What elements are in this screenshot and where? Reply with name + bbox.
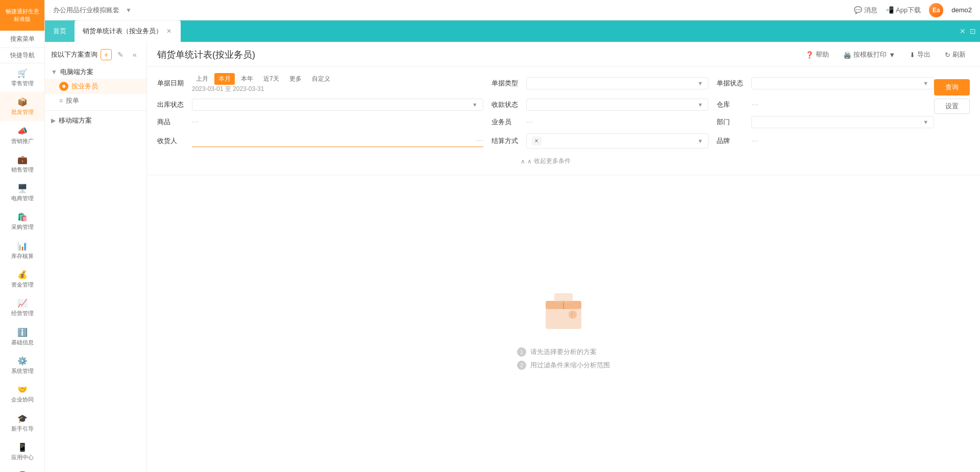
sidebar-search-btn[interactable]: 搜索菜单 — [0, 31, 44, 48]
sidebar-item-retail[interactable]: 🛒 零售管理 — [0, 63, 44, 92]
sidebar-item-appstore[interactable]: 📱 应用中心 — [0, 437, 44, 466]
hint-2-num: 2 — [517, 361, 526, 370]
salesman-dots[interactable]: ··· — [526, 117, 533, 126]
purchase-icon: 🛍️ — [17, 212, 28, 222]
print-icon: 🖨️ — [843, 51, 851, 59]
date-label: 单据日期 — [157, 79, 188, 88]
scheme-by-order[interactable]: ≡ 按单 — [45, 94, 146, 107]
avatar[interactable]: Ea — [929, 3, 943, 17]
date-btn-this-year[interactable]: 本年 — [237, 73, 257, 85]
receipt-status-select[interactable]: ▼ — [526, 99, 709, 111]
filter-area: 单据日期 上月 本月 本年 近7天 更多 自定义 — [147, 67, 980, 175]
consignee-input[interactable] — [192, 135, 483, 147]
consignee-control: ··· — [192, 135, 483, 147]
sidebar-item-purchase[interactable]: 🛍️ 采购管理 — [0, 207, 44, 235]
window-maximize-icon[interactable]: ⊡ — [970, 27, 976, 35]
filter-row-4: 收货人 ··· 结算方式 — [157, 133, 934, 149]
payment-arrow: ▼ — [697, 138, 703, 144]
help-btn[interactable]: ❓ 帮助 — [801, 48, 833, 61]
doc-type-select[interactable]: ▼ — [526, 77, 709, 89]
sidebar-item-newbie[interactable]: 🎓 新手引导 — [0, 409, 44, 437]
sidebar-item-finance[interactable]: 💰 资金管理 — [0, 265, 44, 293]
sidebar-item-wechat[interactable]: 💬 企业微信 — [0, 466, 44, 472]
out-status-select[interactable]: ▼ — [192, 99, 483, 111]
hint-1-num: 1 — [517, 347, 526, 357]
doc-status-select[interactable]: ▼ — [751, 77, 934, 89]
edit-scheme-btn[interactable]: ✎ — [115, 49, 126, 60]
active-dot-inner — [62, 85, 65, 88]
sidebar-item-inventory[interactable]: 📊 库存核算 — [0, 236, 44, 265]
filter-salesman: 业务员 ··· — [492, 117, 709, 127]
date-btn-last-month[interactable]: 上月 — [192, 73, 212, 85]
active-dot — [59, 82, 68, 91]
query-btn[interactable]: 查询 — [934, 79, 970, 96]
doc-type-label: 单据类型 — [492, 79, 522, 88]
export-label: 导出 — [917, 50, 930, 59]
ecommerce-icon: 🖥️ — [17, 183, 28, 193]
messages-btn[interactable]: 💬 消息 — [854, 6, 877, 15]
left-panel-icon-group: + ✎ « — [101, 49, 140, 60]
download-icon: 📲 — [886, 6, 894, 14]
date-btn-custom[interactable]: 自定义 — [308, 73, 334, 85]
sidebar-item-sales[interactable]: 💼 销售管理 — [0, 150, 44, 178]
app-download-btn[interactable]: 📲 App下载 — [886, 6, 921, 15]
payment-select[interactable]: × ▼ — [526, 133, 709, 149]
dept-arrow: ▼ — [923, 119, 928, 125]
filter-section: 单据日期 上月 本月 本年 近7天 更多 自定义 — [157, 73, 970, 169]
refresh-btn[interactable]: ↻ 刷新 — [941, 48, 970, 61]
svg-text:!: ! — [571, 312, 573, 318]
add-scheme-btn[interactable]: + — [101, 49, 112, 60]
warehouse-dots[interactable]: ··· — [751, 100, 758, 109]
svg-point-4 — [569, 311, 577, 319]
doc-status-label: 单据状态 — [717, 79, 747, 88]
system-icon: ⚙️ — [17, 356, 28, 366]
goods-dots[interactable]: ··· — [192, 117, 199, 126]
empty-illustration: ! — [533, 278, 594, 339]
date-control: 上月 本月 本年 近7天 更多 自定义 2023-03-01 至 2023-03… — [192, 73, 483, 93]
tab-sales-stat[interactable]: 销货单统计表（按业务员） ✕ — [75, 20, 181, 42]
settings-btn[interactable]: 设置 — [934, 99, 970, 114]
desktop-schemes-header[interactable]: ▼ 电脑端方案 — [45, 65, 146, 79]
print-btn[interactable]: 🖨️ 按模板打印 ▼ — [839, 48, 899, 61]
dept-select[interactable]: ▼ — [751, 116, 934, 128]
scheme-by-salesman[interactable]: 按业务员 — [45, 79, 146, 94]
empty-hints: 1 请先选择要分析的方案 2 用过滤条件来缩小分析范围 — [517, 347, 610, 370]
operation-icon: 📈 — [17, 298, 28, 308]
sidebar-item-marketing[interactable]: 📣 营销推广 — [0, 121, 44, 150]
out-status-label: 出库状态 — [157, 100, 188, 109]
date-btn-7days[interactable]: 近7天 — [259, 73, 283, 85]
sidebar-item-corp[interactable]: 🤝 企业协同 — [0, 380, 44, 408]
sidebar-item-basic[interactable]: ℹ️ 基础信息 — [0, 322, 44, 351]
sidebar-item-operation[interactable]: 📈 经营管理 — [0, 293, 44, 322]
receipt-status-control: ▼ — [526, 99, 709, 111]
sidebar-item-wholesale[interactable]: 📦 批发管理 — [0, 92, 44, 121]
mobile-schemes-header[interactable]: ▶ 移动端方案 — [45, 114, 146, 127]
export-btn[interactable]: ⬇ 导出 — [905, 48, 935, 61]
tab-sales-stat-close[interactable]: ✕ — [165, 27, 173, 36]
filter-payment: 结算方式 × ▼ — [492, 133, 709, 149]
export-icon: ⬇ — [910, 51, 915, 59]
brand-dots[interactable]: ··· — [751, 136, 758, 145]
empty-box-svg: ! — [533, 278, 594, 339]
collapse-btn[interactable]: ∧ ∧ 收起更多条件 — [157, 154, 934, 169]
tab-home[interactable]: 首页 — [45, 20, 75, 42]
sidebar-item-system[interactable]: ⚙️ 系统管理 — [0, 351, 44, 380]
salesman-control: ··· — [526, 117, 709, 127]
expand-icon: ▼ — [51, 68, 57, 76]
topbar-dropdown-arrow[interactable]: ▼ — [126, 7, 132, 14]
window-close-icon[interactable]: ✕ — [960, 27, 966, 35]
wholesale-icon: 📦 — [17, 97, 28, 107]
print-label: 按模板打印 — [853, 50, 887, 59]
collapse-panel-btn[interactable]: « — [129, 49, 140, 60]
doc-type-control: ▼ — [526, 77, 709, 89]
date-btn-this-month[interactable]: 本月 — [214, 73, 235, 85]
warehouse-label: 仓库 — [717, 100, 747, 109]
date-btn-more[interactable]: 更多 — [285, 73, 306, 85]
sidebar-item-ecommerce[interactable]: 🖥️ 电商管理 — [0, 178, 44, 207]
consignee-dots[interactable]: ··· — [476, 136, 483, 145]
sidebar-quick-nav-label: 快捷导航 — [10, 51, 35, 60]
left-panel-header: 按以下方案查询 + ✎ « — [45, 46, 146, 63]
retail-icon: 🛒 — [17, 68, 28, 78]
sidebar-quick-nav-btn[interactable]: 快捷导航 — [0, 48, 44, 63]
mobile-schemes-group: ▶ 移动端方案 — [45, 112, 146, 129]
